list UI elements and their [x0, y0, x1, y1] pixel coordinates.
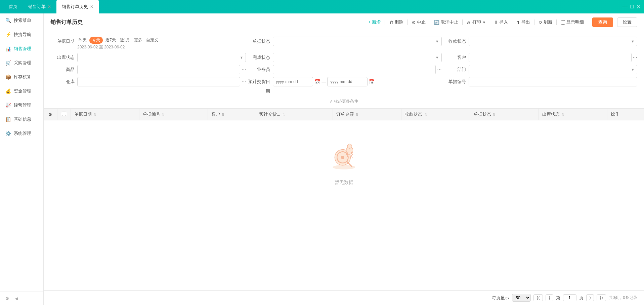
- delete-button[interactable]: 🗑 删除: [389, 19, 403, 25]
- department-select[interactable]: [469, 65, 637, 74]
- complete-status-select[interactable]: [273, 53, 441, 62]
- filter-order-status-cell: 单据状态 ▼: [246, 35, 441, 51]
- print-arrow-icon: ▼: [482, 21, 486, 24]
- display-detail-checkbox[interactable]: [561, 20, 565, 25]
- sidebar-item-quick-nav[interactable]: ⚡ 快捷导航: [0, 28, 43, 42]
- collapse-sidebar-icon[interactable]: ◀: [15, 296, 18, 301]
- th-customer-sort-icon[interactable]: ⇅: [222, 113, 224, 116]
- new-button[interactable]: + 新增: [368, 19, 381, 25]
- expected-delivery-input-wrapper: 📅 — 📅: [273, 77, 441, 86]
- expected-delivery-end-input[interactable]: [327, 77, 368, 86]
- th-date-sort-icon[interactable]: ⇅: [93, 113, 96, 116]
- divider-5: [490, 20, 490, 25]
- stop-button[interactable]: ⊘ 中止: [412, 19, 426, 25]
- delivery-status-select[interactable]: [77, 53, 246, 62]
- tab-home[interactable]: 首页: [3, 0, 23, 13]
- date-custom-btn[interactable]: 自定义: [145, 37, 160, 44]
- cancel-stop-button[interactable]: 🔄 取消中止: [434, 19, 458, 25]
- sidebar-item-search-menu[interactable]: 🔍 搜索菜单: [0, 13, 43, 28]
- goods-input[interactable]: [77, 65, 240, 74]
- expected-delivery-end-calendar-icon[interactable]: 📅: [369, 79, 375, 84]
- date-yesterday-btn[interactable]: 昨天: [77, 37, 88, 44]
- import-button[interactable]: ⬇ 导入: [494, 19, 508, 25]
- filter-delivery-status-label: 出库状态: [50, 53, 77, 62]
- filter-row-2: 出库状态 ▼ 完成状态: [50, 51, 637, 64]
- th-order-status-sort-icon[interactable]: ⇅: [493, 113, 496, 116]
- th-date: 单据日期 ⇅: [71, 109, 139, 120]
- date-more-btn[interactable]: 更多: [133, 37, 143, 44]
- search-icon: 🔍: [5, 18, 11, 23]
- sidebar-item-sales-mgmt[interactable]: 📊 销售管理: [0, 42, 43, 56]
- settings-bottom-icon[interactable]: ⚙: [5, 296, 9, 301]
- filter-warehouse-label: 仓库: [50, 77, 77, 86]
- minimize-icon[interactable]: —: [622, 4, 628, 10]
- filter-order-number-content: [469, 77, 637, 86]
- th-action: 操作: [607, 109, 644, 120]
- collapse-more-btn[interactable]: ∧ 收起更多条件: [50, 97, 637, 106]
- next-page-btn[interactable]: ⟩: [586, 294, 594, 301]
- refresh-button[interactable]: ↺ 刷新: [539, 19, 552, 25]
- payment-status-select-wrapper: ▼: [469, 37, 637, 46]
- sidebar-item-inventory[interactable]: 📦 库存核算: [0, 70, 43, 84]
- sidebar-item-finance[interactable]: 💰 资金管理: [0, 84, 43, 98]
- filter-department-content: ▼: [469, 65, 637, 74]
- salesperson-dots-icon[interactable]: ···: [437, 67, 441, 73]
- date-last7-btn[interactable]: 近7天: [104, 37, 117, 44]
- warehouse-dots-icon[interactable]: ···: [242, 79, 246, 85]
- tab-sales-order-history[interactable]: 销售订单历史 ✕: [56, 0, 99, 13]
- prev-page-btn[interactable]: ⟨: [546, 294, 553, 301]
- sidebar-item-basic-info[interactable]: 📋 基础信息: [0, 112, 43, 126]
- page-unit: 页: [579, 295, 584, 301]
- display-detail-checkbox-label[interactable]: 显示明细: [561, 19, 584, 25]
- date-today-btn[interactable]: 今天: [89, 37, 103, 44]
- th-amount-sort-icon[interactable]: ⇅: [356, 113, 358, 116]
- sidebar-item-sys-mgmt[interactable]: ⚙️ 系统管理: [0, 126, 43, 141]
- tab-sales-order[interactable]: 销售订单 ✕: [23, 0, 56, 13]
- th-payment-status: 收款状态 ⇅: [401, 109, 470, 120]
- query-button[interactable]: 查询: [592, 17, 613, 27]
- first-page-btn[interactable]: ⟨⟨: [533, 294, 543, 301]
- last-page-btn[interactable]: ⟩⟩: [597, 294, 606, 301]
- warehouse-input[interactable]: [77, 77, 240, 86]
- th-number-sort-icon[interactable]: ⇅: [162, 113, 165, 116]
- sidebar-item-purchase-mgmt[interactable]: 🛒 采购管理: [0, 56, 43, 70]
- salesperson-input[interactable]: [273, 65, 436, 74]
- th-delivery-status-sort-icon[interactable]: ⇅: [561, 113, 564, 116]
- tab-sales-order-history-close[interactable]: ✕: [90, 4, 93, 9]
- sales-mgmt-icon: 📊: [5, 46, 11, 51]
- sidebar-item-purchase-mgmt-label: 采购管理: [14, 60, 31, 66]
- sidebar-item-operation[interactable]: 📈 经营管理: [0, 98, 43, 112]
- close-icon[interactable]: ✕: [636, 4, 641, 10]
- tab-sales-order-close[interactable]: ✕: [48, 4, 51, 9]
- expected-delivery-start-calendar-icon[interactable]: 📅: [314, 79, 320, 84]
- page-title: 销售订单历史: [50, 19, 83, 26]
- per-page-select[interactable]: 50 10 20 100: [512, 294, 531, 302]
- refresh-icon: ↺: [539, 20, 542, 25]
- date-last1month-btn[interactable]: 近1月: [119, 37, 132, 44]
- th-action-label: 操作: [611, 112, 619, 117]
- filter-customer-content: ···: [469, 53, 637, 62]
- table-wrapper: ⚙ 单据日期 ⇅ 单据编号 ⇅: [44, 109, 644, 290]
- main-content: 销售订单历史 + 新增 🗑 删除 ⊘ 中止 🔄 取消中止: [44, 13, 644, 305]
- layout: 🔍 搜索菜单 ⚡ 快捷导航 📊 销售管理 🛒 采购管理 📦 库存核算 💰 资金管…: [0, 13, 644, 305]
- svg-point-6: [347, 144, 352, 148]
- export-button[interactable]: ⬆ 导出: [516, 19, 530, 25]
- th-expected-delivery-sort-icon[interactable]: ⇅: [282, 113, 285, 116]
- order-status-select[interactable]: [273, 37, 441, 46]
- customer-input[interactable]: [469, 53, 632, 62]
- payment-status-select[interactable]: [469, 37, 637, 46]
- customer-dots-icon[interactable]: ···: [633, 54, 637, 61]
- goods-dots-icon[interactable]: ···: [242, 67, 246, 73]
- order-number-input[interactable]: [469, 77, 637, 86]
- page-input[interactable]: [563, 294, 576, 301]
- th-expected-delivery: 预计交货... ⇅: [256, 109, 333, 120]
- expected-delivery-start-input[interactable]: [273, 77, 313, 86]
- setting-button[interactable]: 设置: [617, 17, 637, 27]
- print-button[interactable]: 🖨 打印 ▼: [467, 19, 486, 25]
- th-payment-status-sort-icon[interactable]: ⇅: [424, 113, 427, 116]
- table-settings-icon[interactable]: ⚙: [48, 112, 52, 117]
- tab-home-label: 首页: [9, 4, 17, 10]
- maximize-icon[interactable]: □: [630, 4, 634, 10]
- select-all-checkbox[interactable]: [62, 112, 66, 116]
- purchase-mgmt-icon: 🛒: [5, 60, 11, 66]
